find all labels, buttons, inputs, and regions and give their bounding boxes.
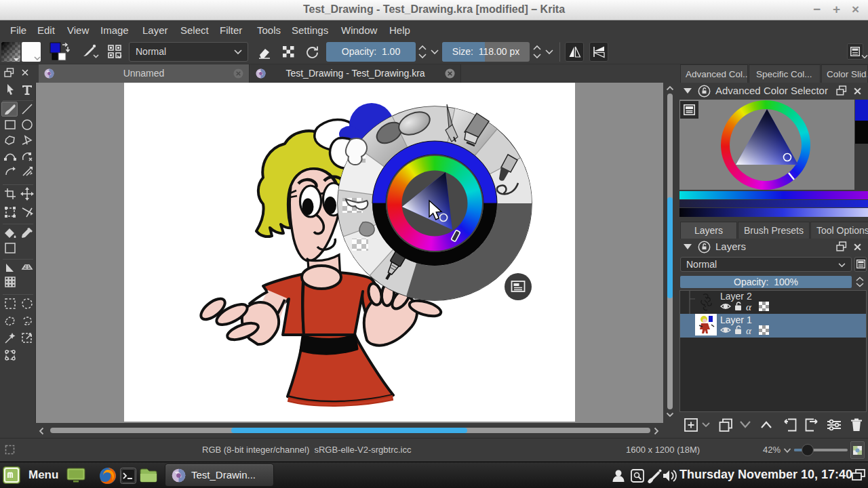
svg-text:α: α — [746, 325, 752, 336]
svg-text:α: α — [746, 302, 752, 312]
